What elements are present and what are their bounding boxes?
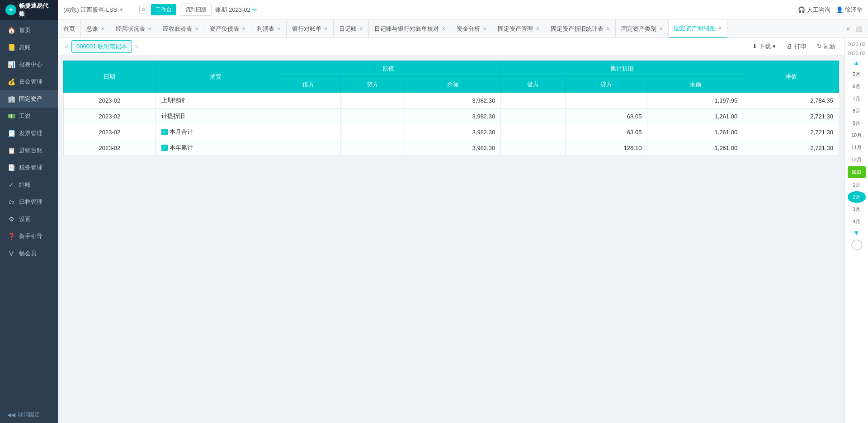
sidebar-item-新手引导[interactable]: ❓ 新手引导 <box>0 228 58 245</box>
sidebar-item-结账[interactable]: ✓ 结账 <box>0 176 58 193</box>
row-tag: ✓本年累计 <box>161 144 193 152</box>
sidebar-item-label: 设置 <box>19 215 31 223</box>
sidebar-item-进销台账[interactable]: 📋 进销台账 <box>0 142 58 159</box>
print-button[interactable]: 🖨 打印 <box>783 41 810 52</box>
cell-orig-balance: 3,982.30 <box>405 93 501 108</box>
sidebar-icon: 🏢 <box>7 95 15 103</box>
tab-固定资产类别[interactable]: 固定资产类别✕ <box>616 20 669 38</box>
tab-首页[interactable]: 首页 <box>58 20 81 38</box>
row-tag: ✓本月合计 <box>161 128 193 136</box>
table-row: 2023-02 计提折旧 3,982.30 63.05 1,261.00 2,7… <box>64 108 839 124</box>
nav-down-icon[interactable]: ▼ <box>848 228 866 238</box>
sidebar-item-发票管理[interactable]: 🧾 发票管理 <box>0 125 58 142</box>
nav-month-6月[interactable]: 6月 <box>848 80 866 92</box>
next-arrow-icon[interactable]: ＞ <box>134 42 140 51</box>
tab-银行对账单[interactable]: 银行对账单✕ <box>287 20 334 38</box>
nav-month-9月[interactable]: 9月 <box>848 117 866 129</box>
cell-date: 2023-02 <box>64 93 156 108</box>
sidebar-item-报表中心[interactable]: 📊 报表中心 <box>0 56 58 73</box>
tab-日记账与银行对账单核对[interactable]: 日记账与银行对账单核对✕ <box>369 20 451 38</box>
tab-应收账龄表[interactable]: 应收账龄表✕ <box>157 20 204 38</box>
sidebar-item-固定资产[interactable]: 🏢 固定资产 <box>0 90 58 108</box>
user-profile[interactable]: 👤 徐泽华 <box>836 6 863 14</box>
current-asset-item[interactable]: 000001 联想笔记本 <box>71 40 132 53</box>
nav-month-7月[interactable]: 7月 <box>848 93 866 104</box>
tab-close-icon[interactable]: ✕ <box>483 26 486 31</box>
tab-label: 资产负债表 <box>210 25 239 33</box>
tab-close-icon[interactable]: ✕ <box>536 26 539 31</box>
sidebar-item-首页[interactable]: 🏠 首页 <box>0 22 58 39</box>
tab-资金分析[interactable]: 资金分析✕ <box>451 20 492 38</box>
tab-bar: 首页总账✕经营状况表✕应收账龄表✕资产负债表✕利润表✕银行对账单✕日记账✕日记账… <box>58 20 868 38</box>
close-all-icon[interactable]: ✕ <box>844 25 852 33</box>
switch-old-button[interactable]: 切到旧版 <box>180 4 212 16</box>
tab-close-icon[interactable]: ✕ <box>195 26 198 31</box>
tab-close-icon[interactable]: ✕ <box>359 26 363 31</box>
tab-close-icon[interactable]: ✕ <box>442 26 445 31</box>
tab-资产负债表[interactable]: 资产负债表✕ <box>204 20 251 38</box>
nav-month-11月[interactable]: 11月 <box>848 141 866 153</box>
nav-month-5月[interactable]: 5月 <box>848 68 866 80</box>
cell-net-value: 2,721.30 <box>743 108 839 124</box>
main-panel: ＜ 000001 联想笔记本 ＞ ⬇ 下载 ▾ 🖨 打印 <box>58 38 844 423</box>
sidebar-item-label: 固定资产 <box>19 95 42 103</box>
sub-nav: ＜ 000001 联想笔记本 ＞ ⬇ 下载 ▾ 🖨 打印 <box>58 38 844 55</box>
tab-利润表[interactable]: 利润表✕ <box>251 20 287 38</box>
sidebar-item-label: 畅会员 <box>19 249 37 258</box>
nav-month-4月[interactable]: 4月 <box>848 216 866 227</box>
tab-日记账[interactable]: 日记账✕ <box>334 20 369 38</box>
company-selector[interactable]: (劝勉) 江西服查-LSS ▼ <box>63 6 136 14</box>
nav-month-3月[interactable]: 3月 <box>848 203 866 215</box>
sidebar-pin-toggle[interactable]: ◀◀ 取消固定 <box>0 406 58 423</box>
tab-close-icon[interactable]: ✕ <box>277 26 281 31</box>
nav-month-2月[interactable]: 2月 <box>848 191 866 203</box>
sidebar-item-资金管理[interactable]: 💰 资金管理 <box>0 73 58 90</box>
tab-经营状况表[interactable]: 经营状况表✕ <box>110 20 157 38</box>
sidebar-icon: V <box>7 249 15 258</box>
sidebar-item-设置[interactable]: ⚙ 设置 <box>0 211 58 228</box>
sidebar-nav: 🏠 首页 📒 总账 📊 报表中心 💰 资金管理 🏢 固定资产 💵 工资 🧾 发票… <box>0 20 58 406</box>
sidebar-item-税务管理[interactable]: 📑 税务管理 <box>0 159 58 176</box>
tabbar-actions: ✕ ⬜ <box>840 25 868 33</box>
tab-close-icon[interactable]: ✕ <box>606 26 610 31</box>
tab-close-icon[interactable]: ✕ <box>101 26 104 31</box>
workbench-button[interactable]: 工作台 <box>151 4 176 15</box>
nav-month-12月[interactable]: 12月 <box>848 154 866 165</box>
tab-close-icon[interactable]: ✕ <box>324 26 328 31</box>
sidebar-item-总账[interactable]: 📒 总账 <box>0 39 58 56</box>
tab-固定资产管理[interactable]: 固定资产管理✕ <box>492 20 545 38</box>
nav-up-icon[interactable]: ▲ <box>848 58 866 68</box>
table-row: 2023-02 ✓本月合计 3,982.30 63.05 1,261.00 2,… <box>64 124 839 140</box>
tab-close-icon[interactable]: ✕ <box>242 26 245 31</box>
topbar: (劝勉) 江西服查-LSS ▼ ⧉ 工作台 切到旧版 账期 2023-02 ✏ … <box>58 0 868 20</box>
maximize-icon[interactable]: ⬜ <box>854 25 864 33</box>
app-name: 畅捷通易代账 <box>19 2 52 18</box>
pin-icon: ◀◀ <box>7 412 15 418</box>
sidebar-item-归档管理[interactable]: 🗂 归档管理 <box>0 193 58 211</box>
period-edit-icon[interactable]: ✏ <box>252 6 257 13</box>
sidebar-item-畅会员[interactable]: V 畅会员 <box>0 245 58 262</box>
nav-month-1月[interactable]: 1月 <box>848 179 866 191</box>
refresh-button[interactable]: ↻ 刷新 <box>813 41 839 52</box>
nav-month-10月[interactable]: 10月 <box>848 129 866 141</box>
download-button[interactable]: ⬇ 下载 ▾ <box>749 41 779 52</box>
tab-固定资产折旧统计表[interactable]: 固定资产折旧统计表✕ <box>545 20 616 38</box>
tab-close-icon[interactable]: ✕ <box>148 26 151 31</box>
tab-close-icon[interactable]: ✕ <box>659 26 663 31</box>
user-service[interactable]: 🎧 人工咨询 <box>798 6 830 14</box>
tab-固定资产明细账[interactable]: 固定资产明细账✕ <box>669 20 727 38</box>
sidebar-icon: 📒 <box>7 43 15 52</box>
cell-orig-debit <box>276 140 340 156</box>
nav-month-8月[interactable]: 8月 <box>848 105 866 117</box>
sidebar-icon: 📋 <box>7 146 15 155</box>
copy-icon[interactable]: ⧉ <box>139 6 147 14</box>
sidebar-icon: 💰 <box>7 78 15 86</box>
cell-desc: ✓本月合计 <box>156 124 276 140</box>
prev-arrow-icon[interactable]: ＜ <box>63 42 70 51</box>
download-label: 下载 <box>759 42 771 51</box>
sidebar-item-工资[interactable]: 💵 工资 <box>0 108 58 125</box>
tab-close-icon[interactable]: ✕ <box>718 26 722 31</box>
col-original-value: 原值 <box>276 61 500 77</box>
tab-总账[interactable]: 总账✕ <box>81 20 110 38</box>
period-text: 账期 <box>215 6 227 14</box>
